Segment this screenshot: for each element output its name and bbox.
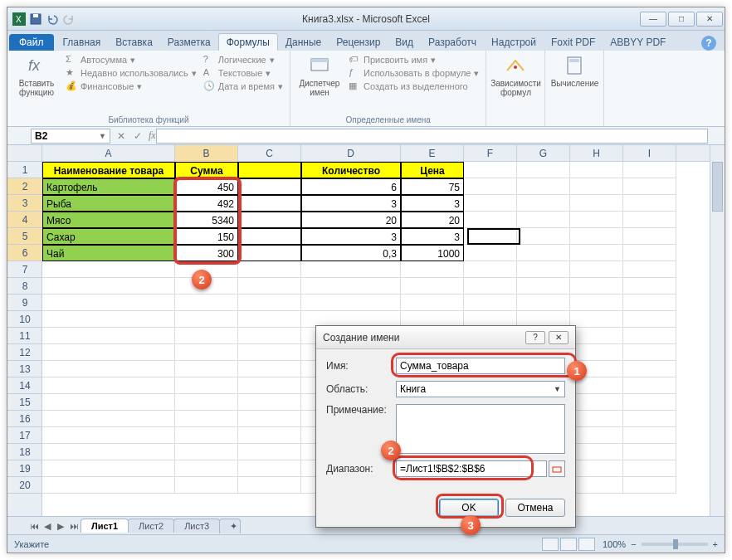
cell[interactable] bbox=[175, 427, 238, 444]
cell[interactable] bbox=[570, 394, 623, 411]
formula-auditing-button[interactable]: Зависимости формул bbox=[493, 54, 538, 97]
cell[interactable] bbox=[42, 377, 175, 394]
cell[interactable]: Сахар bbox=[42, 228, 175, 245]
col-header[interactable]: H bbox=[570, 145, 623, 162]
cell[interactable] bbox=[623, 427, 676, 444]
cell[interactable] bbox=[464, 178, 517, 195]
collapse-dialog-icon[interactable] bbox=[549, 460, 565, 477]
redo-icon[interactable] bbox=[62, 12, 76, 26]
cell[interactable] bbox=[238, 261, 301, 278]
cell[interactable]: 20 bbox=[301, 212, 401, 228]
text-button[interactable]: AТекстовые ▾ bbox=[203, 67, 283, 79]
cell[interactable] bbox=[301, 295, 401, 311]
cell[interactable] bbox=[175, 361, 238, 377]
cell[interactable]: Количество bbox=[301, 162, 401, 178]
cell[interactable] bbox=[42, 427, 175, 444]
insert-function-button[interactable]: fx Вставить функцию bbox=[14, 54, 59, 97]
cell[interactable] bbox=[238, 311, 301, 328]
tab-вид[interactable]: Вид bbox=[388, 34, 421, 51]
cell[interactable] bbox=[623, 328, 676, 344]
prev-sheet-icon[interactable]: ◀ bbox=[41, 519, 54, 533]
cell[interactable] bbox=[570, 228, 623, 245]
chevron-down-icon[interactable]: ▼ bbox=[554, 385, 561, 393]
cell[interactable] bbox=[464, 261, 517, 278]
cell[interactable] bbox=[623, 212, 676, 228]
cell[interactable] bbox=[238, 361, 301, 377]
cell[interactable] bbox=[175, 477, 238, 494]
cell[interactable] bbox=[570, 278, 623, 295]
cell[interactable] bbox=[175, 344, 238, 361]
cell[interactable] bbox=[623, 460, 676, 477]
col-header[interactable]: A bbox=[42, 145, 175, 162]
cell[interactable]: 3 bbox=[401, 228, 464, 245]
cell[interactable] bbox=[42, 411, 175, 427]
col-header[interactable]: F bbox=[464, 145, 517, 162]
cell[interactable] bbox=[42, 295, 175, 311]
cell[interactable] bbox=[175, 394, 238, 411]
select-all-corner[interactable] bbox=[7, 145, 42, 162]
cell[interactable] bbox=[623, 344, 676, 361]
cell[interactable] bbox=[464, 295, 517, 311]
row-header[interactable]: 10 bbox=[7, 311, 42, 328]
cell[interactable] bbox=[238, 278, 301, 295]
cell[interactable] bbox=[238, 295, 301, 311]
row-header[interactable]: 12 bbox=[7, 344, 42, 361]
row-header[interactable]: 8 bbox=[7, 278, 42, 295]
cell[interactable] bbox=[570, 344, 623, 361]
formula-input[interactable] bbox=[156, 129, 708, 144]
tab-вставка[interactable]: Вставка bbox=[108, 34, 160, 51]
sheet-tab[interactable]: Лист3 bbox=[173, 519, 220, 533]
cell[interactable] bbox=[238, 444, 301, 460]
cell[interactable] bbox=[238, 460, 301, 477]
chevron-down-icon[interactable]: ▼ bbox=[99, 132, 106, 140]
tab-разметка[interactable]: Разметка bbox=[160, 34, 218, 51]
cell[interactable] bbox=[42, 261, 175, 278]
cell[interactable] bbox=[238, 178, 301, 195]
cell[interactable] bbox=[464, 162, 517, 178]
cell[interactable] bbox=[570, 212, 623, 228]
calculation-button[interactable]: Вычисление bbox=[552, 54, 597, 88]
tab-главная[interactable]: Главная bbox=[56, 34, 109, 51]
cell[interactable] bbox=[42, 328, 175, 344]
cell[interactable] bbox=[623, 477, 676, 494]
cell[interactable] bbox=[623, 411, 676, 427]
autosum-button[interactable]: ΣАвтосумма ▾ bbox=[66, 54, 197, 66]
cell[interactable]: 5340 bbox=[175, 212, 238, 228]
page-break-view-icon[interactable] bbox=[578, 538, 595, 551]
cell[interactable] bbox=[301, 261, 401, 278]
cell[interactable] bbox=[517, 178, 570, 195]
cell[interactable] bbox=[623, 361, 676, 377]
cell[interactable] bbox=[570, 477, 623, 494]
cell[interactable]: 0,3 bbox=[301, 245, 401, 261]
zoom-control[interactable]: 100% − + bbox=[603, 539, 718, 549]
comment-textarea[interactable] bbox=[396, 404, 565, 454]
cell[interactable] bbox=[570, 311, 623, 328]
cell[interactable] bbox=[570, 328, 623, 344]
cell[interactable]: 20 bbox=[401, 212, 464, 228]
row-header[interactable]: 17 bbox=[7, 427, 42, 444]
tab-abbyy pdf[interactable]: ABBYY PDF bbox=[603, 34, 673, 51]
use-in-formula-button[interactable]: ƒИспользовать в формуле ▾ bbox=[349, 67, 480, 79]
financial-button[interactable]: 💰Финансовые ▾ bbox=[66, 80, 197, 92]
dialog-titlebar[interactable]: Создание имени ? ✕ bbox=[316, 326, 575, 349]
col-header[interactable]: G bbox=[517, 145, 570, 162]
cell[interactable] bbox=[570, 444, 623, 460]
cell[interactable] bbox=[238, 328, 301, 344]
tab-данные[interactable]: Данные bbox=[278, 34, 329, 51]
cell[interactable] bbox=[623, 394, 676, 411]
file-tab[interactable]: Файл bbox=[9, 34, 54, 51]
cell[interactable]: 3 bbox=[401, 195, 464, 212]
name-manager-button[interactable]: Диспетчер имен bbox=[297, 54, 342, 97]
col-header[interactable]: I bbox=[623, 145, 676, 162]
dialog-help-icon[interactable]: ? bbox=[525, 331, 545, 344]
col-header[interactable]: E bbox=[401, 145, 464, 162]
cell[interactable]: 492 bbox=[175, 195, 238, 212]
new-sheet-tab[interactable]: ✦ bbox=[219, 519, 241, 533]
next-sheet-icon[interactable]: ▶ bbox=[54, 519, 67, 533]
row-header[interactable]: 4 bbox=[7, 212, 42, 228]
tab-разработч[interactable]: Разработч bbox=[421, 34, 484, 51]
cell[interactable] bbox=[175, 377, 238, 394]
cell[interactable] bbox=[238, 195, 301, 212]
row-header[interactable]: 20 bbox=[7, 477, 42, 494]
col-header[interactable]: B bbox=[175, 145, 238, 162]
